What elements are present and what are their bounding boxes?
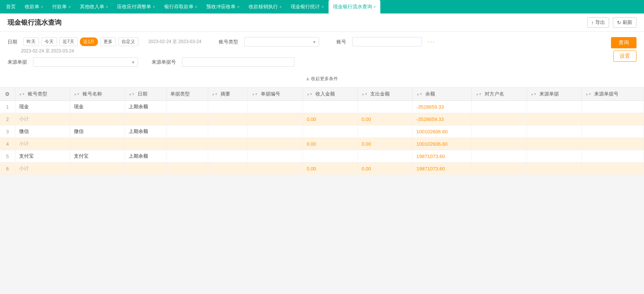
nav-item-other-income[interactable]: 其他收入单 × [75,0,113,13]
date-btn-7days[interactable]: 近7天 [59,37,78,46]
row-source-doc-no [581,101,644,113]
source-doc-no-column-header[interactable]: ▲▼ 来源单据号 [581,88,644,101]
close-icon[interactable]: × [321,0,324,13]
row-account-name: 微信 [70,125,125,138]
sort-arrows: ▲▼ [531,93,537,96]
collapse-icon: ∧ [306,76,309,82]
date-btn-more[interactable]: 更多 [100,37,116,46]
account-type-select[interactable] [244,37,319,46]
close-icon[interactable]: × [195,0,197,13]
doc-type-column-header[interactable]: 单据类型 [166,88,208,101]
close-icon[interactable]: × [279,0,282,13]
row-expense: 0.00 [357,163,412,175]
collapse-bar[interactable]: ∧ 收起更多条件 [8,74,636,84]
row-income [303,150,357,163]
source-doc-select-wrap [33,57,138,67]
table-container: ⚙ ▲▼ 账号类型 ▲▼ 账号名称 ▲▼ 日期 单据类型 ▲▼ [0,88,644,175]
row-index: 1 [0,101,15,113]
date-buttons: 昨天 今天 近7天 近1月 更多 自定义 [23,37,138,46]
summary-column-header[interactable]: ▲▼ 摘要 [208,88,248,101]
close-icon[interactable]: × [106,0,108,13]
close-icon[interactable]: × [41,0,43,13]
row-account-name: 支付宝 [70,150,125,163]
sort-arrows: ▲▼ [129,93,135,96]
account-type-column-header[interactable]: ▲▼ 账号类型 [15,88,70,101]
row-summary [208,150,248,163]
row-doc-type [166,101,208,113]
account-input[interactable] [352,37,422,46]
date-btn-1month[interactable]: 近1月 [80,37,98,46]
row-account-type: 微信 [15,125,70,138]
export-button[interactable]: ↑ 导出 [587,17,609,28]
row-expense: 0.00 [357,138,412,150]
date-btn-today[interactable]: 今天 [41,37,57,46]
table-row[interactable]: 5 支付宝 支付宝 上期余额 19871073.60 [0,150,644,163]
row-account-type: 小计 [15,163,70,175]
row-source-doc-no [581,163,644,175]
table-row[interactable]: 3 微信 微信 上期余额 100102606.60 [0,125,644,138]
row-account-type: 小计 [15,138,70,150]
row-source-doc [527,125,581,138]
source-doc-no-label: 来源单据号 [152,59,176,66]
row-doc-type [166,150,208,163]
nav-item-payment[interactable]: 付款单 × [48,0,75,13]
account-name-column-header[interactable]: ▲▼ 账号名称 [70,88,125,101]
nav-item-home[interactable]: 首页 [2,0,20,13]
source-doc-column-header[interactable]: ▲▼ 来源单据 [527,88,581,101]
row-source-doc [527,101,581,113]
dots-button[interactable]: ··· [428,39,435,45]
row-source-doc-no [581,113,644,125]
sort-arrows: ▲▼ [362,93,368,96]
row-date: 上期余额 [125,101,167,113]
row-balance: -3528659.33 [413,101,472,113]
row-source-doc [527,163,581,175]
close-icon[interactable]: × [237,0,239,13]
row-account-name [70,113,125,125]
nav-item-prepaid[interactable]: 预收冲应收单 × [202,0,244,13]
page-header: 现金银行流水查询 ↑ 导出 ↻ 刷新 [0,13,644,32]
nav-item-receipt[interactable]: 收款单 × [20,0,48,13]
close-icon[interactable]: × [374,0,376,13]
row-summary [208,113,248,125]
query-button[interactable]: 查询 [611,37,636,48]
source-doc-select[interactable] [33,57,138,67]
row-account-name [70,138,125,150]
close-icon[interactable]: × [68,0,71,13]
table-header-row: ⚙ ▲▼ 账号类型 ▲▼ 账号名称 ▲▼ 日期 单据类型 ▲▼ [0,88,644,101]
date-range: 2023-02-24 至 2023-03-24 [148,39,201,45]
source-doc-row: 来源单据 来源单据号 [8,57,603,67]
row-expense: 0.00 [357,113,412,125]
row-doc-type [166,163,208,175]
row-income [303,101,357,113]
row-balance: 100102606.60 [413,138,472,150]
row-source-doc-no [581,150,644,163]
table-row[interactable]: 2 小计 0.00 0.00 -3528659.33 [0,113,644,125]
nav-item-cash-stats[interactable]: 现金银行统计 × [286,0,328,13]
date-btn-custom[interactable]: 自定义 [118,37,138,46]
date-btn-yesterday[interactable]: 昨天 [23,37,39,46]
counterparty-column-header[interactable]: ▲▼ 对方户名 [472,88,527,101]
expense-column-header[interactable]: ▲▼ 支出金额 [357,88,412,101]
sort-arrows: ▲▼ [416,93,422,96]
balance-column-header[interactable]: ▲▼ 余额 [413,88,472,101]
close-icon[interactable]: × [153,0,155,13]
nav-item-collection[interactable]: 收款核销执行 × [244,0,286,13]
refresh-button[interactable]: ↻ 刷新 [613,17,636,28]
nav-item-bank-deposit[interactable]: 银行存取款单 × [160,0,202,13]
data-table: ⚙ ▲▼ 账号类型 ▲▼ 账号名称 ▲▼ 日期 单据类型 ▲▼ [0,88,644,175]
row-doc-no [248,138,303,150]
source-doc-no-input[interactable] [182,57,294,67]
table-row[interactable]: 6 小计 0.00 0.00 19871073.60 [0,163,644,175]
row-source-doc [527,113,581,125]
row-balance: 19871073.60 [413,150,472,163]
settings-button[interactable]: 设置 [613,51,636,62]
row-balance: -3528659.33 [413,113,472,125]
nav-item-adjustment[interactable]: 应收应付调整单 × [113,0,159,13]
date-column-header[interactable]: ▲▼ 日期 [125,88,167,101]
table-row[interactable]: 4 小计 0.00 0.00 100102606.60 [0,138,644,150]
doc-no-column-header[interactable]: ▲▼ 单据编号 [248,88,303,101]
gear-column-header[interactable]: ⚙ [0,88,15,101]
nav-item-cash-flow[interactable]: 现金银行流水查询 × [329,0,380,13]
table-row[interactable]: 1 现金 现金 上期余额 -3528659.33 [0,101,644,113]
income-column-header[interactable]: ▲▼ 收入金额 [303,88,357,101]
